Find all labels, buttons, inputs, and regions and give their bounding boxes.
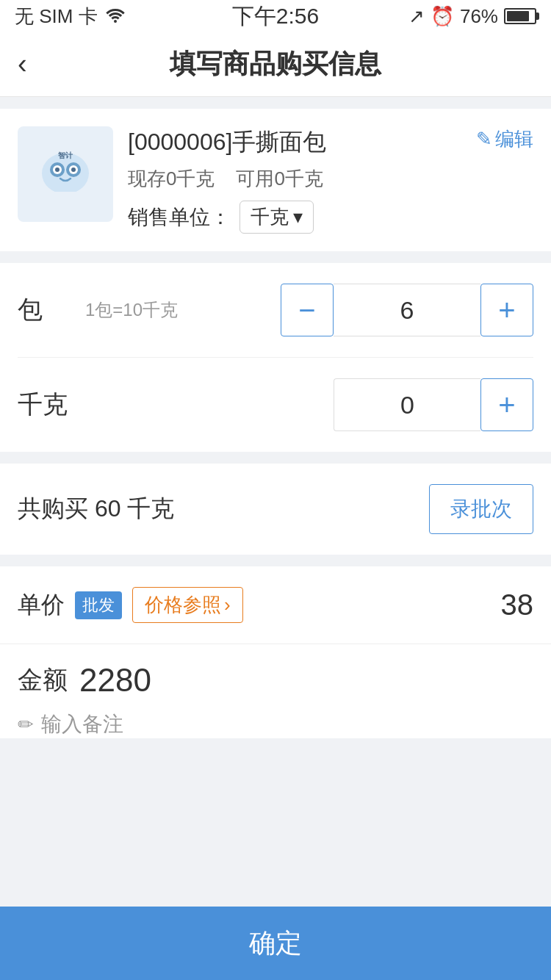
kg-label: 千克 <box>18 388 76 422</box>
dropdown-icon: ▾ <box>293 206 303 228</box>
product-name: [0000006]手撕面包 <box>128 126 533 159</box>
back-button[interactable]: ‹ <box>18 48 27 80</box>
bao-qty-row: 包 1包=10千克 − + <box>18 263 533 358</box>
price-ref-arrow: › <box>224 594 231 616</box>
bao-qty-section: 包 1包=10千克 − + 千克 + <box>0 263 551 452</box>
confirm-bar[interactable]: 确定 <box>0 907 551 980</box>
product-info: [0000006]手撕面包 现存0千克 可用0千克 销售单位： 千克 ▾ <box>128 126 533 234</box>
kg-plus-button[interactable]: + <box>480 378 533 431</box>
product-image: 智计 <box>18 126 113 222</box>
stock-label: 现存0千克 <box>128 167 215 190</box>
svg-point-5 <box>55 167 60 172</box>
wifi-icon <box>105 5 126 28</box>
edit-button[interactable]: ✎ 编辑 <box>476 126 533 152</box>
product-card: 智计 [0000006]手撕面包 现存0千克 可用0千克 销售单位： 千克 ▾ … <box>0 109 551 251</box>
amount-row: 金额 2280 <box>18 662 533 699</box>
kg-qty-input[interactable] <box>334 378 480 431</box>
page-title: 填写商品购买信息 <box>170 46 381 82</box>
note-placeholder: 输入备注 <box>41 710 123 738</box>
kg-qty-controls: + <box>334 378 533 431</box>
amount-label: 金额 <box>18 663 68 697</box>
price-section: 单价 批发 价格参照 › 38 <box>0 566 551 644</box>
unit-select[interactable]: 千克 ▾ <box>240 201 314 234</box>
kg-qty-row: 千克 + <box>18 358 533 452</box>
price-ref-button[interactable]: 价格参照 › <box>132 587 243 623</box>
confirm-button-label: 确定 <box>249 926 302 962</box>
bao-qty-input[interactable] <box>334 284 480 336</box>
location-icon: ↗ <box>408 5 425 28</box>
unit-row-label: 销售单位： <box>128 203 231 231</box>
battery-percent: 76% <box>460 5 498 28</box>
svg-text:智计: 智计 <box>57 151 73 159</box>
product-logo-icon: 智计 <box>40 148 91 201</box>
product-stock: 现存0千克 可用0千克 <box>128 166 533 192</box>
nav-bar: ‹ 填写商品购买信息 <box>0 32 551 97</box>
bao-label: 包 <box>18 293 76 327</box>
status-time: 下午2:56 <box>232 1 319 32</box>
bao-minus-button[interactable]: − <box>281 284 334 336</box>
amount-value: 2280 <box>79 662 151 699</box>
price-value: 38 <box>501 588 534 621</box>
bao-plus-button[interactable]: + <box>480 284 533 336</box>
note-row[interactable]: ✏ 输入备注 <box>18 710 533 738</box>
amount-section: 金额 2280 ✏ 输入备注 <box>0 644 551 738</box>
price-label: 单价 <box>18 589 65 621</box>
price-row: 单价 批发 价格参照 › 38 <box>18 587 533 623</box>
record-batch-button[interactable]: 录批次 <box>429 484 533 534</box>
edit-icon: ✎ <box>476 128 492 151</box>
bao-sublabel: 1包=10千克 <box>85 298 178 322</box>
product-unit-row: 销售单位： 千克 ▾ <box>128 201 533 234</box>
status-bar: 无 SIM 卡 下午2:56 ↗ ⏰ 76% <box>0 0 551 32</box>
available-label: 可用0千克 <box>236 167 323 190</box>
svg-point-6 <box>71 167 76 172</box>
price-type-tag: 批发 <box>75 591 122 619</box>
carrier-label: 无 SIM 卡 <box>15 4 98 29</box>
bao-qty-controls: − + <box>281 284 533 336</box>
total-section: 共购买 60 千克 录批次 <box>0 464 551 555</box>
status-left: 无 SIM 卡 <box>15 4 126 29</box>
battery-icon <box>504 8 536 24</box>
pencil-icon: ✏ <box>18 713 34 736</box>
status-right: ↗ ⏰ 76% <box>408 5 536 28</box>
total-text: 共购买 60 千克 <box>18 493 174 525</box>
alarm-icon: ⏰ <box>431 5 454 28</box>
